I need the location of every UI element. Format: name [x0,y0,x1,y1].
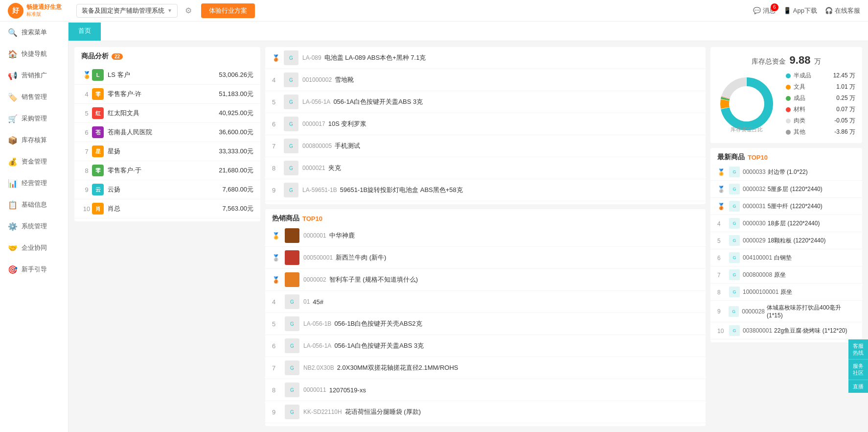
sidebar-item-sales[interactable]: 🏷️ 销售管理 [0,86,68,108]
product-img: G [284,183,298,197]
legend-item: 肉类 -0.05 万 [786,117,855,125]
rank-medal: 4 [81,91,92,98]
sidebar-item-marketing[interactable]: 📢 营销推广 [0,65,68,86]
product-img-icon: G [289,144,293,149]
legend-value: 12.45 万 [833,72,855,80]
sidebar-item-guide[interactable]: 🎯 新手引导 [0,259,68,280]
cart-icon: 🛒 [8,114,18,123]
hot-product-row: 🥉 0000002 智利车子里 (规格不知道填什么) [265,269,706,291]
hot-product-row: 🥈 000500001 新西兰牛肉 (新牛) [265,247,706,269]
float-btn-community[interactable]: 服务社区 [848,360,868,380]
nav-tabs: 首页 [69,22,868,41]
rank-num: 9 [272,187,275,194]
system-selector[interactable]: 装备及固定资产辅助管理系统 ▼ [76,4,178,18]
product-img-icon: G [289,166,293,171]
legend-name: 其他 [794,128,831,136]
legend-item: 成品 0.25 万 [786,94,855,102]
newest-product-row: 🥈 G 0000032 5厘多层 (1220*2440) [710,181,862,198]
rank-name: 云扬 [108,185,222,194]
rank-avatar: 肖 [92,203,104,215]
new-medal: 🥉 [717,203,729,210]
new-product-code: 0000032 [743,186,766,192]
top-selling-row: 5 G LA-056-1A 056-1A白色按键开关盖ABS 3克 [265,91,706,113]
sidebar-label-purchase: 采购管理 [22,114,47,123]
float-btn-live[interactable]: 直播 [848,380,868,393]
sidebar-item-purchase[interactable]: 🛒 采购管理 [0,108,68,129]
mid-panel: 🥉 G LA-089 电池盖 LA-089 ABS本色+黑种 7.1克 4 G … [265,47,706,426]
chart-icon: 📊 [8,178,18,188]
app-download-action[interactable]: 📱 App下载 [783,6,817,15]
legend: 半成品 12.45 万 文具 1.01 万 成品 0.25 万 材料 0.07 … [786,72,855,136]
logo-area: 好 畅捷通好生意 标准版 [8,3,76,19]
product-code: 0000001 [303,232,326,239]
new-img-icon: G [732,238,736,243]
sidebar-item-inventory[interactable]: 📦 库存核算 [0,129,68,151]
product-name: 电池盖 LA-089 ABS本色+黑种 7.1克 [324,53,426,62]
product-medal: 6 [272,120,284,128]
new-product-code: 0000029 [743,237,766,244]
rank-name: 红太阳文具 [108,109,219,118]
rank-num: 5 [272,320,283,328]
legend-item: 材料 0.07 万 [786,105,855,114]
sidebar-item-enterprise[interactable]: 🤝 企业协同 [0,237,68,259]
tab-home[interactable]: 首页 [69,23,101,41]
sidebar-item-operations[interactable]: 📊 经营管理 [0,172,68,194]
new-img-icon: G [732,328,736,333]
product-image [285,272,299,287]
float-btn-service[interactable]: 客服热线 [848,339,868,360]
trial-button[interactable]: 体验行业方案 [201,3,255,18]
sidebar-label-enterprise: 企业协同 [22,243,47,252]
rank-num: 8 [272,165,275,172]
sidebar-label-sales: 销售管理 [22,93,47,101]
sidebar-item-system[interactable]: ⚙️ 系统管理 [0,216,68,237]
product-medal: 5 [272,320,285,328]
product-code: 0000002 [303,276,326,283]
new-img-icon: G [732,289,736,294]
newest-product-row: 6 G 004100001 白钢垫 [710,249,862,266]
rank-num: 10 [717,328,727,335]
rank-num: 4 [717,220,727,227]
medal-bronze-icon: 🥉 [272,276,280,284]
message-action[interactable]: 💬 消息 6 [753,6,776,15]
customer-rank-row: 10 肖 肖总 7,563.00元 [74,199,260,218]
customer-rank-list: 🏅 L LS 客户 53,006.26元 4 零 零售客户·许 51,183.0… [74,66,260,221]
service-action[interactable]: 🎧 在线客服 [825,6,860,15]
product-code: 01 [303,298,310,305]
settings-icon[interactable]: ⚙ [182,4,195,18]
gear-icon: ⚙️ [8,221,18,231]
sidebar-item-quicknav[interactable]: 🏠 快捷导航 [0,43,68,65]
rank-avatar: 零 [92,165,104,176]
rank-num: 4 [272,298,283,306]
rank-avatar: 红 [92,107,104,119]
hot-products-card: 热销商品 TOP10 🏅 0000001 中华神鹿 🥈 000500001 新西… [265,209,706,426]
customer-rank-row: 4 零 零售客户·许 51,183.00元 [74,85,260,104]
rank-medal: 5 [81,110,92,117]
rank-amount: 40,925.00元 [219,109,253,118]
rank-num: 6 [272,120,275,128]
product-img-icon: G [289,188,293,193]
rank-amount: 21,680.00元 [219,166,253,175]
rank-name: 零售客户·于 [108,166,219,175]
new-img-icon: G [732,221,736,226]
product-medal: 5 [272,98,284,106]
product-name: 12070519-xs [329,386,699,394]
donut-segment [726,82,746,97]
donut-segment [725,98,726,99]
sidebar-item-baseinfo[interactable]: 📋 基础信息 [0,194,68,216]
new-img-icon: G [732,255,736,260]
rank-number: 8 [85,167,88,174]
rank-name: 星扬 [108,147,219,156]
rank-number: 5 [85,110,88,117]
customer-rank-row: 9 云 云扬 7,680.00元 [74,180,260,199]
new-medal: 8 [717,288,729,296]
newest-title: 最新商品 [717,153,745,162]
system-name: 装备及固定资产辅助管理系统 [82,6,164,15]
box-icon: 📦 [8,135,18,145]
customer-rank-row: 8 零 零售客户·于 21,680.00元 [74,161,260,180]
legend-color-dot [786,73,791,78]
product-code: 000800005 [302,143,332,149]
customer-rank-row: 5 红 红太阳文具 40,925.00元 [74,104,260,123]
sidebar-item-finance[interactable]: 💰 资金管理 [0,151,68,172]
product-code: LA-056-1A [302,98,330,105]
sidebar-item-search[interactable]: 🔍 搜索菜单 [0,22,68,43]
